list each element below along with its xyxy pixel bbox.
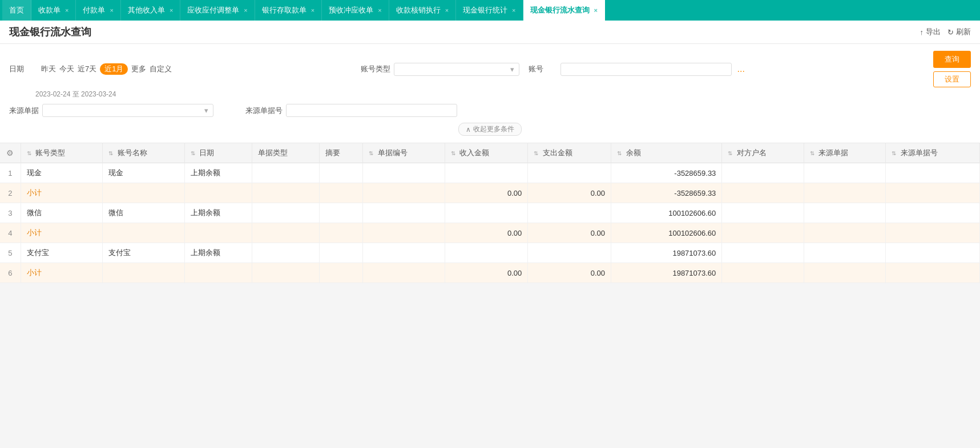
close-icon[interactable]: × [445, 7, 449, 14]
doc-no-cell [363, 163, 445, 183]
query-button[interactable]: 查询 [933, 51, 971, 68]
doc-type-cell [252, 163, 319, 183]
date-opt-1month[interactable]: 近1月 [100, 63, 128, 75]
balance-cell: 100102606.60 [611, 203, 722, 223]
doc-no-cell [363, 183, 445, 203]
nav-tab-home[interactable]: 首页 [2, 0, 31, 21]
nav-tab-prepay[interactable]: 预收冲应收单 × [322, 0, 389, 21]
income-cell [445, 243, 528, 263]
table-header-account-name[interactable]: ⇅ 账号名称 [103, 143, 185, 163]
row-number: 5 [0, 243, 21, 263]
date-opt-more[interactable]: 更多 [131, 64, 146, 74]
date-cell: 上期余额 [184, 163, 252, 183]
nav-tab-collection-label: 收款核销执行 [396, 5, 441, 15]
table-header-date[interactable]: ⇅ 日期 [184, 143, 252, 163]
balance-cell: 19871073.60 [611, 263, 722, 283]
summary-cell [319, 183, 362, 203]
doc-type-cell [252, 263, 319, 283]
sort-icon: ⇅ [451, 150, 455, 156]
source-doc-select[interactable]: ▾ [42, 104, 213, 117]
doc-no-cell [363, 203, 445, 223]
nav-tab-other-income[interactable]: 其他收入单 × [121, 0, 180, 21]
summary-cell [319, 223, 362, 243]
source-doc-no-cell [886, 163, 980, 183]
table-header-doc-type[interactable]: 单据类型 [252, 143, 319, 163]
table-header-income[interactable]: ⇅ 收入金额 [445, 143, 528, 163]
account-input[interactable] [560, 63, 732, 76]
table-header-balance[interactable]: ⇅ 余额 [611, 143, 722, 163]
table-header-settings[interactable]: ⚙ [0, 143, 21, 163]
expense-cell: 0.00 [528, 223, 611, 243]
account-type-cell: 小计 [21, 183, 103, 203]
table-row[interactable]: 1现金现金上期余额-3528659.33 [0, 163, 980, 183]
summary-cell [319, 263, 362, 283]
account-type-cell: 微信 [21, 203, 103, 223]
close-icon[interactable]: × [594, 7, 598, 14]
export-button[interactable]: ↑ 导出 [920, 27, 941, 37]
summary-cell [319, 163, 362, 183]
nav-tab-receipt[interactable]: 收款单 × [31, 0, 76, 21]
table-container: ⚙ ⇅ 账号类型 ⇅ 账号名称 ⇅ 日期 单据类型 摘要 [0, 143, 980, 283]
date-options: 昨天 今天 近7天 近1月 更多 自定义 [41, 63, 172, 75]
nav-tab-collection[interactable]: 收款核销执行 × [389, 0, 456, 21]
balance-cell: -3528659.33 [611, 163, 722, 183]
table-row[interactable]: 3微信微信上期余额100102606.60 [0, 203, 980, 223]
refresh-button[interactable]: ↻ 刷新 [947, 27, 971, 37]
account-type-chevron-icon: ▾ [510, 65, 514, 74]
source-doc-cell [804, 223, 886, 243]
doc-no-cell [363, 263, 445, 283]
account-type-cell: 小计 [21, 263, 103, 283]
date-cell: 上期余额 [184, 203, 252, 223]
collapse-bar: ∧ 收起更多条件 [9, 123, 971, 136]
source-doc-no-cell [886, 223, 980, 243]
settings-button[interactable]: 设置 [933, 71, 971, 87]
sort-icon: ⇅ [369, 150, 373, 156]
nav-tab-bank-deposit[interactable]: 银行存取款单 × [255, 0, 322, 21]
account-type-filter-group: 账号类型 ▾ [361, 63, 519, 76]
close-icon[interactable]: × [170, 7, 173, 14]
date-opt-yesterday[interactable]: 昨天 [41, 64, 56, 74]
close-icon[interactable]: × [244, 7, 247, 14]
table-row[interactable]: 4小计0.000.00100102606.60 [0, 223, 980, 243]
export-label: 导出 [926, 27, 941, 37]
header-actions: ↑ 导出 ↻ 刷新 [920, 27, 971, 37]
source-doc-no-input[interactable] [286, 104, 457, 117]
date-opt-custom[interactable]: 自定义 [150, 64, 172, 74]
table-header-counterpart[interactable]: ⇅ 对方户名 [722, 143, 804, 163]
collapse-button[interactable]: ∧ 收起更多条件 [458, 123, 522, 136]
source-doc-filter-group: 来源单据 ▾ [9, 104, 213, 117]
page-header: 现金银行流水查询 ↑ 导出 ↻ 刷新 [0, 21, 980, 44]
close-icon[interactable]: × [378, 7, 381, 14]
sort-icon: ⇅ [810, 150, 814, 156]
table-header-source-doc-no[interactable]: ⇅ 来源单据号 [886, 143, 980, 163]
date-opt-7days[interactable]: 近7天 [78, 64, 96, 74]
close-icon[interactable]: × [311, 7, 314, 14]
collapse-label: 收起更多条件 [473, 124, 514, 134]
source-doc-cell [804, 203, 886, 223]
close-icon[interactable]: × [65, 7, 68, 14]
account-label: 账号 [529, 64, 557, 74]
income-cell [445, 163, 528, 183]
nav-tab-adjustment[interactable]: 应收应付调整单 × [180, 0, 255, 21]
balance-cell: 100102606.60 [611, 223, 722, 243]
table-row[interactable]: 2小计0.000.00-3528659.33 [0, 183, 980, 203]
account-type-cell: 支付宝 [21, 243, 103, 263]
table-row[interactable]: 6小计0.000.0019871073.60 [0, 263, 980, 283]
close-icon[interactable]: × [110, 7, 113, 14]
table-header-source-doc[interactable]: ⇅ 来源单据 [804, 143, 886, 163]
date-opt-today[interactable]: 今天 [59, 64, 74, 74]
close-icon[interactable]: × [512, 7, 515, 14]
account-dots[interactable]: ... [737, 64, 745, 74]
account-name-cell: 现金 [103, 163, 185, 183]
table-header-expense[interactable]: ⇅ 支出金额 [528, 143, 611, 163]
counterpart-cell [722, 263, 804, 283]
nav-tab-payment[interactable]: 付款单 × [76, 0, 120, 21]
table-header-doc-no[interactable]: ⇅ 单据编号 [363, 143, 445, 163]
table-header-account-type[interactable]: ⇅ 账号类型 [21, 143, 103, 163]
table-row[interactable]: 5支付宝支付宝上期余额19871073.60 [0, 243, 980, 263]
counterpart-cell [722, 223, 804, 243]
account-type-select[interactable]: ▾ [394, 63, 519, 76]
nav-tab-cashflow[interactable]: 现金银行流水查询 × [523, 0, 605, 21]
table-header-summary[interactable]: 摘要 [319, 143, 362, 163]
nav-tab-stats[interactable]: 现金银行统计 × [456, 0, 523, 21]
